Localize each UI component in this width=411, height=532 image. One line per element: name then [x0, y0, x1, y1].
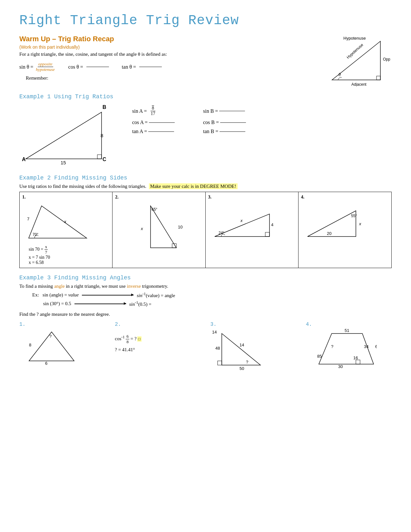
- tan-label: tan θ =: [122, 64, 136, 70]
- cell3-triangle-svg: 24° 4 x: [208, 201, 279, 243]
- svg-text:Adjacent: Adjacent: [351, 82, 367, 86]
- svg-text:θ: θ: [338, 72, 341, 77]
- svg-text:A: A: [22, 157, 26, 162]
- warmup-subtitle: (Work on this part individually): [19, 44, 321, 50]
- sin-denominator: hypotenuse: [35, 67, 55, 72]
- svg-rect-44: [356, 360, 360, 364]
- example2-cell-4: 4. 55° 20 x: [298, 192, 391, 268]
- svg-text:15: 15: [61, 160, 66, 165]
- tan-a-label: tan A =: [132, 129, 147, 134]
- sin-formula: sin θ = opposite hypotenuse: [19, 62, 55, 72]
- angle1-svg: 8 6 ?: [19, 329, 84, 367]
- angle-cell-2: 2. cos-1 68 = ?□ ? = 41.41°: [115, 322, 201, 373]
- warmup-section: Warm Up – Trig Ratio Recap (Work on this…: [19, 35, 392, 88]
- cos-a-label: cos A =: [132, 120, 148, 125]
- svg-text:C: C: [103, 157, 106, 162]
- cell-4-num: 4.: [301, 195, 389, 200]
- sin-b-label: sin B =: [203, 108, 218, 114]
- inverse-word: inverse: [127, 284, 141, 289]
- angle-cell-3: 3. 48 50 14 ? 14: [210, 322, 296, 375]
- trig-row-cos: cos A = cos B =: [132, 120, 392, 125]
- inverse-row-2: sin (30°) = 0.5 sin-1(0.5) =: [32, 300, 392, 307]
- example1-triangle: A B C 8 15: [19, 102, 122, 168]
- example2-title: Example 2 Finding Missing Sides: [19, 175, 392, 181]
- svg-rect-1: [377, 76, 380, 80]
- svg-text:16: 16: [353, 355, 358, 360]
- inverse-result-1: sin-1(value) = angle: [137, 292, 175, 298]
- angle2-formula: cos-1 68 = ?□: [115, 334, 201, 344]
- example1-ratios: sin A = 8 17 sin B = cos A = cos B =: [132, 102, 392, 134]
- cos-b-label: cos B =: [203, 120, 219, 125]
- sin-label: sin θ =: [19, 64, 33, 70]
- sin-a-entry: sin A = 8 17: [132, 106, 190, 116]
- find-angle-label: Find the ? angle measure to the nearest …: [19, 312, 392, 317]
- warmup-description: For a right triangle, the sine, cosine, …: [19, 52, 321, 57]
- example3-description: To find a missing angle in a right trian…: [19, 284, 392, 289]
- example2-cell-1: 1. 70° 7 x sin 70 = x7 x = 7 sin 70 x = …: [20, 192, 113, 268]
- svg-text:x: x: [240, 218, 243, 223]
- cos-b-entry: cos B =: [203, 120, 261, 125]
- svg-marker-28: [308, 211, 356, 237]
- svg-text:20: 20: [327, 231, 331, 236]
- cell1-formula2: x = 7 sin 70: [29, 255, 110, 260]
- sin-b-entry: sin B =: [203, 108, 261, 114]
- cell2-triangle-svg: 65° 10 x: [115, 201, 186, 251]
- svg-text:14: 14: [212, 330, 217, 334]
- warmup-title: Warm Up – Trig Ratio Recap: [19, 35, 321, 43]
- angle-cell-1-label: 1.: [19, 322, 105, 327]
- svg-text:4: 4: [271, 222, 273, 227]
- angle4-svg: 51 34 ? 68 30 85 16: [306, 329, 377, 374]
- cell-2-num: 2.: [115, 195, 202, 200]
- right-triangle-svg: Hypotenuse Hypotenuse Opposite Adjacent …: [322, 35, 390, 86]
- svg-text:8: 8: [29, 343, 31, 347]
- inverse-row-1: Ex: sin (angle) = value sin-1(value) = a…: [32, 292, 392, 298]
- svg-text:70°: 70°: [33, 232, 38, 237]
- sin-a-numerator: 8: [151, 106, 155, 111]
- svg-marker-18: [151, 206, 176, 248]
- svg-marker-37: [222, 334, 260, 365]
- svg-text:55°: 55°: [351, 214, 357, 218]
- main-title: Right Triangle Trig Review: [19, 13, 392, 28]
- svg-text:x: x: [359, 221, 361, 226]
- angle-cell-3-label: 3.: [210, 322, 296, 327]
- cell1-triangle-svg: 70° 7 x: [22, 201, 93, 243]
- angle-cell-2-label: 2.: [115, 322, 201, 327]
- remember-label: Remember:: [26, 75, 321, 81]
- cos-formula: cos θ =: [68, 64, 109, 70]
- angle-cell-1: 1. 8 6 ?: [19, 322, 105, 373]
- tan-formula: tan θ =: [122, 64, 162, 70]
- svg-text:8: 8: [101, 133, 103, 138]
- example1-container: A B C 8 15 sin A = 8 17 sin B = cos: [19, 102, 392, 168]
- svg-text:?: ?: [331, 344, 333, 349]
- cell1-formula: sin 70 = x7: [29, 244, 110, 255]
- svg-text:Hypotenuse: Hypotenuse: [343, 36, 366, 41]
- example2-cell-2: 2. 65° 10 x: [113, 192, 205, 268]
- example3-title: Example 3 Finding Missing Angles: [19, 275, 392, 281]
- ex2-left: sin (30°) = 0.5: [32, 301, 71, 306]
- angle-cell-4-label: 4.: [306, 322, 392, 327]
- svg-text:14: 14: [240, 343, 244, 347]
- svg-text:x: x: [64, 219, 66, 224]
- svg-rect-24: [265, 232, 269, 237]
- cos-label: cos θ =: [68, 64, 83, 70]
- tan-a-entry: tan A =: [132, 129, 190, 134]
- cell-3-num: 3.: [208, 195, 296, 200]
- svg-text:?: ?: [49, 334, 52, 339]
- svg-text:24°: 24°: [219, 231, 224, 235]
- svg-text:51: 51: [345, 329, 349, 333]
- trig-row-sin: sin A = 8 17 sin B =: [132, 106, 392, 116]
- svg-text:B: B: [103, 104, 106, 110]
- missing-angles-grid: 1. 8 6 ? 2. cos-1 68 = ?□ ? = 41.41° 3.: [19, 322, 392, 375]
- cos-a-entry: cos A =: [132, 120, 190, 125]
- angle2-answer: ? = 41.41°: [115, 347, 201, 353]
- svg-rect-36: [218, 361, 222, 365]
- inverse-result-2: sin-1(0.5) =: [129, 300, 152, 307]
- example3-section: To find a missing angle in a right trian…: [19, 284, 392, 375]
- example1-title: Example 1 Using Trig Ratios: [19, 93, 392, 100]
- trig-row-tan: tan A = tan B =: [132, 129, 392, 134]
- example2-grid: 1. 70° 7 x sin 70 = x7 x = 7 sin 70 x = …: [19, 192, 392, 268]
- svg-text:Hypotenuse: Hypotenuse: [346, 43, 364, 60]
- svg-text:6: 6: [45, 361, 47, 366]
- cell-1-num: 1.: [22, 195, 110, 200]
- svg-text:Opposite: Opposite: [383, 57, 390, 62]
